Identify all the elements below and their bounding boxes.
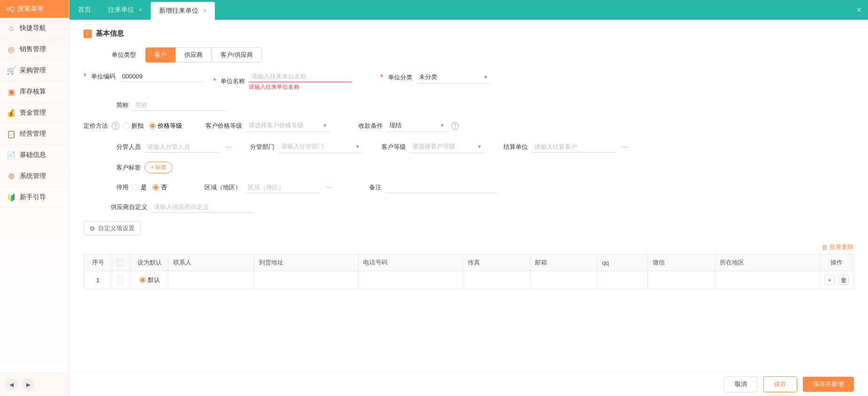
manager-more-icon[interactable]: ··· xyxy=(225,143,231,151)
customer-level-select[interactable]: 请选择客户等级 ▼ xyxy=(410,140,485,153)
section-title: 基本信息 xyxy=(96,29,124,38)
discount-label: 折扣 xyxy=(131,122,144,130)
sidebar-item-purchase[interactable]: 🛒 采购管理 xyxy=(0,60,69,81)
default-radio-inner xyxy=(141,278,145,282)
manager-input[interactable] xyxy=(145,141,220,153)
system-icon: ⚙ xyxy=(7,171,16,181)
add-row-button[interactable]: + xyxy=(824,275,835,285)
type-btn-customer[interactable]: 客户 xyxy=(145,47,175,62)
tab-home[interactable]: 首页 xyxy=(69,0,99,20)
sidebar-item-system[interactable]: ⚙ 系统管理 xyxy=(0,166,69,187)
payment-terms-select[interactable]: 现结 ▼ xyxy=(387,119,448,132)
sidebar-item-finance[interactable]: 💰 资金管理 xyxy=(0,102,69,124)
basic-info-icon: 📄 xyxy=(7,150,16,160)
batch-delete-area: 🗑 批量删除 xyxy=(84,243,854,251)
sidebar-item-sales[interactable]: ◎ 销售管理 xyxy=(0,39,69,60)
unit-code-input[interactable] xyxy=(119,71,204,82)
pricing-help-icon[interactable]: ? xyxy=(112,122,119,130)
add-tag-button[interactable]: + 标签 xyxy=(145,162,173,173)
tags-label: 客户标签 xyxy=(116,163,141,172)
short-name-input[interactable] xyxy=(132,100,226,111)
tab-bar: 首页 往来单位 × 新增往来单位 × × xyxy=(69,0,868,20)
settlement-label: 结算单位 xyxy=(503,143,528,151)
chevron-down-icon-2: ▼ xyxy=(322,123,327,128)
sidebar-item-quick-nav[interactable]: ⌂ 快捷导航 xyxy=(0,18,69,39)
settlement-input[interactable] xyxy=(532,141,616,153)
unit-category-value: 未分类 xyxy=(419,73,437,81)
guide-icon: 🔰 xyxy=(7,193,16,202)
settlement-group: 结算单位 ··· xyxy=(503,141,628,153)
discount-radio[interactable] xyxy=(123,123,129,129)
sidebar-item-inventory[interactable]: ▣ 库存核算 xyxy=(0,81,69,102)
sidebar-item-label: 采购管理 xyxy=(20,66,46,75)
unit-name-input[interactable] xyxy=(249,71,352,82)
sidebar-item-label: 新手引导 xyxy=(20,193,46,202)
row-default-radio[interactable]: 默认 xyxy=(136,276,163,284)
unit-name-group: * 单位名称 请输入往来单位名称 xyxy=(213,71,352,91)
unit-category-select[interactable]: 未分类 ▼ xyxy=(416,71,491,84)
th-region: 所在地区 xyxy=(715,255,820,271)
settlement-more-icon[interactable]: ··· xyxy=(622,143,628,151)
default-radio-outer[interactable] xyxy=(139,277,146,283)
sidebar-expand-btn[interactable]: ▶ xyxy=(22,378,35,391)
disable-no-radio-inner xyxy=(154,186,158,189)
unit-name-field: 请输入往来单位名称 xyxy=(249,71,352,91)
type-btn-supplier[interactable]: 供应商 xyxy=(175,47,212,62)
row-phone xyxy=(358,271,463,289)
sidebar-item-operations[interactable]: 📋 经营管理 xyxy=(0,124,69,145)
disable-no-label: 否 xyxy=(161,183,167,192)
remark-input[interactable] xyxy=(385,182,498,193)
sidebar-collapse-btn[interactable]: ◀ xyxy=(5,378,18,391)
delete-row-button[interactable]: 🗑 xyxy=(838,275,849,285)
payment-terms-value: 现结 xyxy=(389,121,402,130)
disable-no-radio[interactable] xyxy=(152,184,159,191)
customer-level-label: 客户等级 xyxy=(381,143,406,151)
close-all-button[interactable]: × xyxy=(856,0,868,20)
department-group: 分管部门 请输入分管部门 ▼ xyxy=(250,140,363,153)
payment-terms-help-icon[interactable]: ? xyxy=(451,122,459,130)
customer-price-level-label: 客户价格等级 xyxy=(206,122,242,130)
pricing-level-option[interactable]: 价格等级 xyxy=(149,122,182,130)
tab-new-partner[interactable]: 新增往来单位 × xyxy=(151,2,215,20)
tab-new-partner-close[interactable]: × xyxy=(203,8,206,14)
tab-partners[interactable]: 往来单位 × xyxy=(99,0,151,20)
disable-no-option[interactable]: 否 xyxy=(152,183,167,192)
region-input[interactable] xyxy=(245,182,320,193)
finance-icon: 💰 xyxy=(7,108,16,117)
save-button[interactable]: 保存 xyxy=(763,376,797,392)
pricing-discount-option[interactable]: 折扣 xyxy=(123,122,144,130)
th-phone: 电话号码 xyxy=(358,255,463,271)
region-more-icon[interactable]: ··· xyxy=(326,183,332,192)
disable-yes-option[interactable]: 是 xyxy=(132,183,147,192)
search-menu-button[interactable]: ≡Q 搜索菜单 xyxy=(0,0,69,18)
row-qq xyxy=(597,271,648,289)
home-icon: ⌂ xyxy=(7,23,16,33)
select-all-checkbox[interactable] xyxy=(117,259,123,266)
section-header: F 基本信息 xyxy=(84,29,854,38)
save-new-button[interactable]: 保存并新增 xyxy=(803,377,854,392)
sidebar-bottom: ◀ ▶ xyxy=(0,373,69,396)
sidebar-item-label: 销售管理 xyxy=(20,45,46,54)
action-buttons: + 🗑 xyxy=(824,275,849,285)
tab-partners-close[interactable]: × xyxy=(139,7,142,13)
table-header-row: 序号 设为默认 联系人 到货地址 电话号码 传真 邮箱 qq 微信 所在地区 操… xyxy=(84,255,854,271)
sidebar-item-guide[interactable]: 🔰 新手引导 xyxy=(0,187,69,208)
custom-settings-button[interactable]: ⚙ 自定义项设置 xyxy=(84,221,141,235)
cancel-button[interactable]: 取消 xyxy=(724,376,758,392)
row-region xyxy=(715,271,820,289)
department-select[interactable]: 请输入分管部门 ▼ xyxy=(278,140,363,153)
tab-home-label: 首页 xyxy=(78,6,91,14)
unit-type-row: 单位类型 客户 供应商 客户/供应商 xyxy=(112,47,854,62)
row-checkbox[interactable] xyxy=(117,277,123,283)
customer-price-level-select[interactable]: 请选择客户价格等级 ▼ xyxy=(246,119,330,132)
th-address: 到货地址 xyxy=(254,255,358,271)
batch-delete-button[interactable]: 🗑 批量删除 xyxy=(822,243,854,251)
row-fax xyxy=(463,271,530,289)
disable-yes-radio[interactable] xyxy=(132,184,139,191)
sidebar-item-basic-info[interactable]: 📄 基础信息 xyxy=(0,145,69,166)
th-fax: 传真 xyxy=(463,255,530,271)
unit-type-label: 单位类型 xyxy=(112,51,136,59)
price-level-radio[interactable] xyxy=(149,123,156,129)
type-btn-both[interactable]: 客户/供应商 xyxy=(212,47,262,62)
supplier-custom-input[interactable] xyxy=(151,202,254,213)
